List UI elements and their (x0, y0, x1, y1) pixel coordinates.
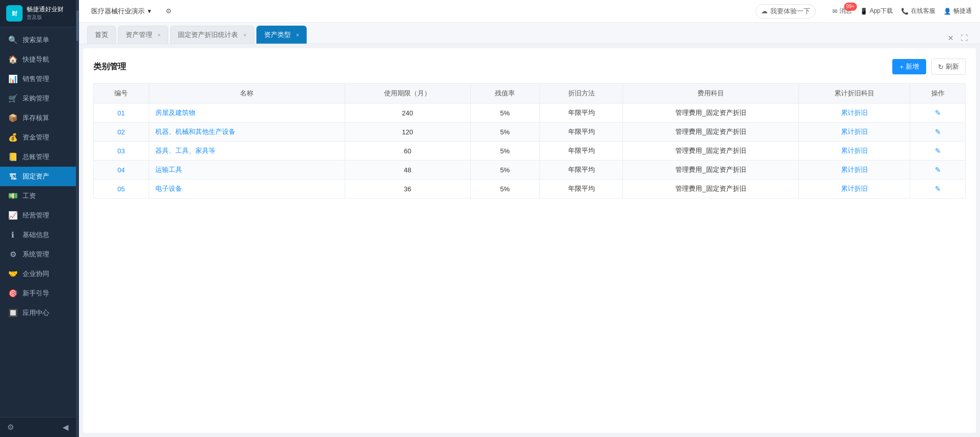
sidebar-item-ledger[interactable]: 📒 总账管理 (0, 147, 76, 167)
inventory-icon: 📦 (8, 113, 17, 123)
cell-name[interactable]: 机器、机械和其他生产设备 (149, 123, 345, 142)
gear-icon: ⚙ (166, 7, 172, 15)
operations-icon: 📈 (8, 211, 17, 220)
cell-period: 120 (345, 123, 470, 142)
cell-name[interactable]: 运输工具 (149, 161, 345, 180)
tab-asset-type-label: 资产类型 (264, 30, 291, 39)
salary-icon: 💵 (8, 191, 17, 201)
plus-icon: + (899, 63, 904, 71)
col-code: 编号 (94, 84, 149, 104)
cell-code: 05 (94, 180, 149, 198)
topbar-right: ✉ 消息 99+ 📱 App下载 📞 在线客服 👤 畅捷通 (832, 7, 972, 15)
company-name: 医疗器械行业演示 (91, 7, 145, 16)
cell-method: 年限平均 (539, 123, 623, 142)
sidebar-item-label: 经营管理 (23, 211, 49, 220)
sidebar-item-apps[interactable]: 🔲 应用中心 (0, 303, 76, 323)
cell-name[interactable]: 电子设备 (149, 180, 345, 198)
sidebar-footer: ⚙ ◀ (0, 417, 76, 437)
sidebar-logo: 财 畅捷通好业财 普及版 (0, 0, 76, 27)
page-title: 类别管理 (93, 62, 126, 72)
tab-asset-type[interactable]: 资产类型 × (256, 26, 307, 44)
sidebar-item-guide[interactable]: 🎯 新手引导 (0, 284, 76, 303)
cell-action: ✎ (910, 104, 966, 123)
app-download-button[interactable]: 📱 App下载 (860, 7, 893, 15)
window-controls: ✕ ⛶ (945, 32, 972, 44)
sidebar-item-inventory[interactable]: 📦 库存核算 (0, 108, 76, 128)
tab-home[interactable]: 首页 (87, 26, 116, 44)
edit-icon[interactable]: ✎ (935, 128, 941, 136)
refresh-button[interactable]: ↻ 刷新 (931, 58, 966, 75)
sidebar-item-label: 固定资产 (23, 172, 49, 181)
cell-depreciation[interactable]: 累计折旧 (798, 180, 910, 198)
tab-asset-mgmt[interactable]: 资产管理 × (118, 26, 168, 44)
table-container: 编号 名称 使用期限（月） 残值率 折旧方法 费用科目 累计折旧科目 操作 01… (93, 83, 966, 198)
company-selector[interactable]: 医疗器械行业演示 ▾ (87, 5, 155, 18)
maximize-window-button[interactable]: ⛶ (958, 32, 970, 44)
experience-button[interactable]: ☁ 我要体验一下 (755, 4, 816, 18)
cell-code: 03 (94, 142, 149, 161)
main-area: 医疗器械行业演示 ▾ ⚙ ☁ 我要体验一下 ✉ 消息 99+ 📱 App下载 📞… (79, 0, 980, 437)
cell-expense: 管理费用_固定资产折旧 (623, 123, 799, 142)
sidebar-item-operations[interactable]: 📈 经营管理 (0, 206, 76, 225)
cell-method: 年限平均 (539, 161, 623, 180)
tab-asset-mgmt-close[interactable]: × (157, 32, 161, 38)
tab-depreciation-label: 固定资产折旧统计表 (178, 30, 238, 39)
edit-icon[interactable]: ✎ (935, 147, 941, 155)
sales-icon: 📊 (8, 74, 17, 84)
table-row: 01 房屋及建筑物 240 5% 年限平均 管理费用_固定资产折旧 累计折旧 ✎ (94, 104, 966, 123)
sidebar-item-enterprise[interactable]: 🤝 企业协同 (0, 264, 76, 284)
cell-code: 04 (94, 161, 149, 180)
messages-button[interactable]: ✉ 消息 99+ (832, 7, 852, 15)
cell-depreciation[interactable]: 累计折旧 (798, 142, 910, 161)
customer-service-button[interactable]: 📞 在线客服 (901, 7, 935, 15)
settings-button[interactable]: ⚙ (162, 4, 176, 18)
sidebar-item-quick-nav[interactable]: 🏠 快捷导航 (0, 50, 76, 69)
guide-icon: 🎯 (8, 289, 17, 298)
edit-icon[interactable]: ✎ (935, 166, 941, 174)
cell-depreciation[interactable]: 累计折旧 (798, 161, 910, 180)
sidebar-item-sales[interactable]: 📊 销售管理 (0, 69, 76, 89)
new-button[interactable]: + 新增 (892, 59, 926, 74)
collapse-icon[interactable]: ◀ (63, 423, 69, 432)
sidebar-item-funds[interactable]: 💰 资金管理 (0, 128, 76, 147)
sidebar-scrollbar[interactable] (76, 0, 79, 437)
edit-icon[interactable]: ✎ (935, 109, 941, 117)
cell-expense: 管理费用_固定资产折旧 (623, 161, 799, 180)
sidebar-item-system[interactable]: ⚙ 系统管理 (0, 245, 76, 264)
sidebar-item-label: 工资 (23, 191, 36, 201)
edit-icon[interactable]: ✎ (935, 185, 941, 193)
sidebar-item-purchase[interactable]: 🛒 采购管理 (0, 89, 76, 108)
sidebar-item-label: 总账管理 (23, 152, 49, 162)
settings-footer-icon[interactable]: ⚙ (7, 423, 14, 432)
cell-residual: 5% (470, 161, 539, 180)
app-name: 畅捷通好业财 (27, 6, 64, 14)
cell-depreciation[interactable]: 累计折旧 (798, 123, 910, 142)
sidebar-item-fixed-assets[interactable]: 🏗 固定资产 (0, 167, 76, 186)
cell-period: 60 (345, 142, 470, 161)
logo-icon: 财 (6, 5, 23, 22)
sidebar-item-label: 搜索菜单 (23, 35, 49, 45)
customer-service-label: 在线客服 (911, 7, 935, 15)
cell-method: 年限平均 (539, 142, 623, 161)
cell-name[interactable]: 房屋及建筑物 (149, 104, 345, 123)
close-window-button[interactable]: ✕ (945, 32, 956, 44)
tab-depreciation-close[interactable]: × (243, 32, 246, 38)
sidebar-item-label: 资金管理 (23, 133, 49, 142)
cell-name[interactable]: 器具、工具、家具等 (149, 142, 345, 161)
cell-depreciation[interactable]: 累计折旧 (798, 104, 910, 123)
sidebar-item-label: 快捷导航 (23, 55, 49, 64)
table-row: 03 器具、工具、家具等 60 5% 年限平均 管理费用_固定资产折旧 累计折旧… (94, 142, 966, 161)
cell-expense: 管理费用_固定资产折旧 (623, 104, 799, 123)
home-icon: 🏠 (8, 55, 17, 64)
sidebar-item-label: 销售管理 (23, 74, 49, 84)
sidebar-item-search[interactable]: 🔍 搜索菜单 (0, 30, 76, 50)
ledger-icon: 📒 (8, 152, 17, 162)
table-header-row: 编号 名称 使用期限（月） 残值率 折旧方法 费用科目 累计折旧科目 操作 (94, 84, 966, 104)
basic-info-icon: ℹ (8, 230, 17, 240)
tab-depreciation-table[interactable]: 固定资产折旧统计表 × (170, 26, 254, 44)
sidebar-item-salary[interactable]: 💵 工资 (0, 186, 76, 206)
sidebar-item-label: 新手引导 (23, 289, 49, 298)
sidebar-item-basic-info[interactable]: ℹ 基础信息 (0, 225, 76, 245)
user-button[interactable]: 👤 畅捷通 (944, 7, 972, 15)
tab-asset-type-close[interactable]: × (296, 32, 299, 38)
